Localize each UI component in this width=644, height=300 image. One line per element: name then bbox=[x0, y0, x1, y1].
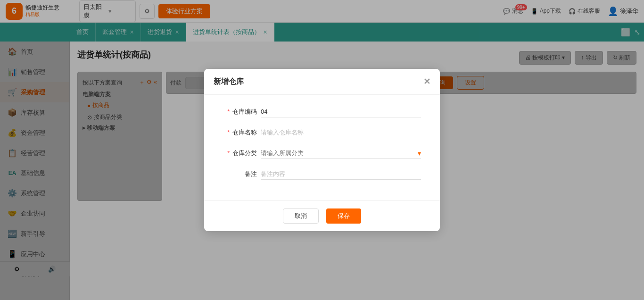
save-button[interactable]: 保存 bbox=[326, 208, 361, 224]
modal-close-button[interactable]: ✕ bbox=[423, 76, 430, 87]
remark-row: 备注 bbox=[223, 168, 421, 180]
warehouse-name-row: * 仓库名称 bbox=[223, 127, 421, 138]
warehouse-name-label: * 仓库名称 bbox=[223, 128, 257, 137]
warehouse-category-input[interactable] bbox=[261, 148, 418, 158]
warehouse-code-label: * 仓库编码 bbox=[223, 108, 257, 116]
required-marker-3: * bbox=[227, 150, 230, 157]
modal-title: 新增仓库 bbox=[214, 77, 244, 87]
modal-new-warehouse: 新增仓库 ✕ * 仓库编码 * 仓库名称 bbox=[204, 69, 440, 231]
modal-overlay: 新增仓库 ✕ * 仓库编码 * 仓库名称 bbox=[0, 0, 644, 300]
warehouse-name-input[interactable] bbox=[261, 127, 421, 138]
required-marker: * bbox=[227, 108, 230, 115]
warehouse-code-row: * 仓库编码 bbox=[223, 106, 421, 117]
cancel-button[interactable]: 取消 bbox=[283, 208, 319, 224]
warehouse-category-row: * 仓库分类 ▾ bbox=[223, 148, 421, 159]
modal-header: 新增仓库 ✕ bbox=[204, 69, 440, 95]
remark-input[interactable] bbox=[261, 168, 421, 180]
warehouse-category-wrap: ▾ bbox=[261, 148, 421, 159]
remark-label: 备注 bbox=[223, 170, 257, 178]
required-marker-2: * bbox=[227, 129, 230, 136]
warehouse-category-label: * 仓库分类 bbox=[223, 149, 257, 158]
modal-body: * 仓库编码 * 仓库名称 * 仓库分类 bbox=[204, 95, 440, 200]
warehouse-code-input[interactable] bbox=[261, 106, 421, 117]
modal-footer: 取消 保存 bbox=[204, 200, 440, 231]
category-dropdown-arrow: ▾ bbox=[418, 150, 421, 157]
